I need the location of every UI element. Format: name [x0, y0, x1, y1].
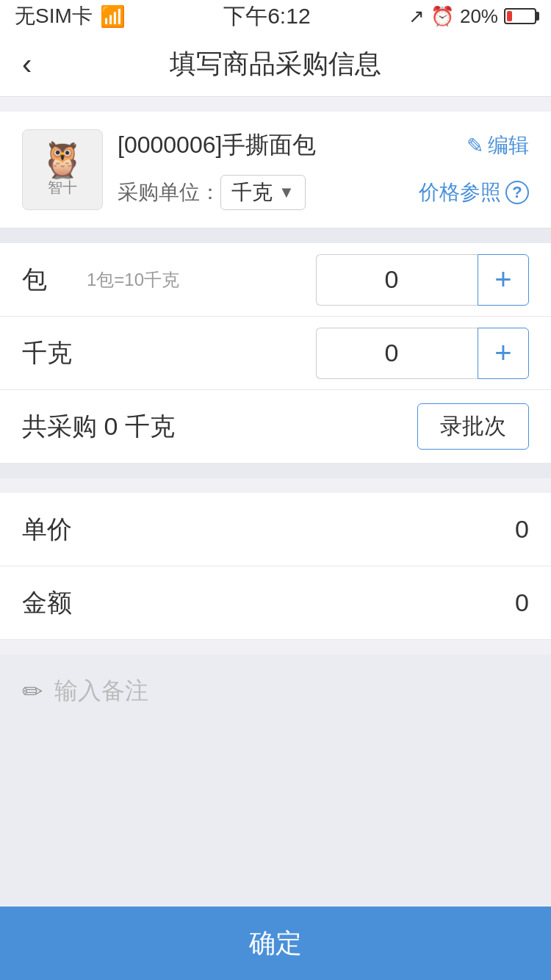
total-unit: 千克: [125, 412, 175, 440]
price-section: 单价 0 金额 0: [0, 493, 551, 640]
section-divider-1: [0, 228, 551, 243]
status-time: 下午6:12: [223, 1, 310, 32]
unit-label: 采购单位：: [118, 179, 220, 206]
status-bar: 无SIM卡 📶 下午6:12 ↗ ⏰ 20%: [0, 0, 551, 32]
battery-percent: 20%: [460, 5, 498, 28]
help-icon: ?: [505, 181, 529, 204]
unit-value: 千克: [231, 179, 273, 206]
kg-label: 千克: [22, 336, 81, 370]
pencil-icon: ✏: [22, 677, 43, 706]
confirm-bar[interactable]: 确定: [0, 907, 551, 980]
note-placeholder: 输入备注: [54, 675, 148, 707]
product-thumbnail: 🦉 智十: [22, 129, 103, 210]
page-title: 填写商品采购信息: [170, 46, 381, 82]
product-name: [0000006]手撕面包: [118, 129, 316, 162]
amount-row: 金额 0: [0, 566, 551, 640]
bottom-spacer: [0, 728, 551, 934]
wifi-icon: 📶: [100, 4, 126, 29]
batch-button[interactable]: 录批次: [417, 403, 529, 450]
battery-icon: [504, 8, 536, 24]
edit-button[interactable]: ✎ 编辑: [467, 131, 529, 159]
unit-dropdown-icon: ▼: [278, 183, 295, 202]
total-value: 0: [104, 412, 124, 440]
bag-sublabel: 1包=10千克: [87, 268, 316, 292]
total-text: 共采购 0 千克: [22, 410, 175, 444]
bag-input-row: 包 1包=10千克 +: [0, 243, 551, 317]
price-ref-label: 价格参照: [419, 179, 501, 206]
unit-row: 采购单位： 千克 ▼ 价格参照 ?: [118, 175, 529, 210]
amount-label: 金额: [22, 586, 72, 620]
amount-value: 0: [515, 588, 529, 617]
nav-bar: ‹ 填写商品采购信息: [0, 32, 551, 97]
note-section[interactable]: ✏ 输入备注: [0, 655, 551, 728]
product-logo-icon: 🦉: [40, 143, 84, 178]
section-divider-2: [0, 464, 551, 478]
status-left: 无SIM卡 📶: [15, 2, 126, 30]
product-info: [0000006]手撕面包 ✎ 编辑 采购单位： 千克 ▼ 价格参照 ?: [118, 129, 529, 210]
product-card: 🦉 智十 [0000006]手撕面包 ✎ 编辑 采购单位： 千克 ▼ 价格参照 …: [0, 112, 551, 228]
carrier-text: 无SIM卡: [15, 2, 93, 30]
kg-plus-button[interactable]: +: [478, 328, 529, 379]
unit-price-value: 0: [515, 515, 529, 544]
total-label: 共采购: [22, 412, 104, 440]
bag-plus-button[interactable]: +: [478, 254, 529, 306]
kg-input-row: 千克 +: [0, 317, 551, 390]
confirm-button[interactable]: 确定: [249, 926, 302, 962]
product-logo-text: 智十: [40, 178, 84, 198]
location-icon: ↗: [408, 5, 425, 28]
status-right: ↗ ⏰ 20%: [408, 5, 536, 28]
bag-qty-input[interactable]: [316, 254, 478, 306]
bag-label: 包: [22, 263, 81, 297]
bag-field-group: +: [316, 254, 529, 306]
alarm-icon: ⏰: [431, 5, 454, 28]
edit-label: 编辑: [488, 131, 529, 159]
edit-icon: ✎: [467, 134, 483, 158]
unit-selector[interactable]: 千克 ▼: [220, 175, 306, 210]
input-section: 包 1包=10千克 + 千克 + 共采购 0 千克 录批次: [0, 243, 551, 464]
unit-price-row: 单价 0: [0, 493, 551, 566]
total-row: 共采购 0 千克 录批次: [0, 390, 551, 464]
kg-field-group: +: [316, 328, 529, 379]
product-name-row: [0000006]手撕面包 ✎ 编辑: [118, 129, 529, 162]
kg-qty-input[interactable]: [316, 328, 478, 379]
back-button[interactable]: ‹: [22, 48, 32, 81]
unit-price-label: 单价: [22, 513, 72, 547]
price-ref-button[interactable]: 价格参照 ?: [419, 179, 529, 206]
